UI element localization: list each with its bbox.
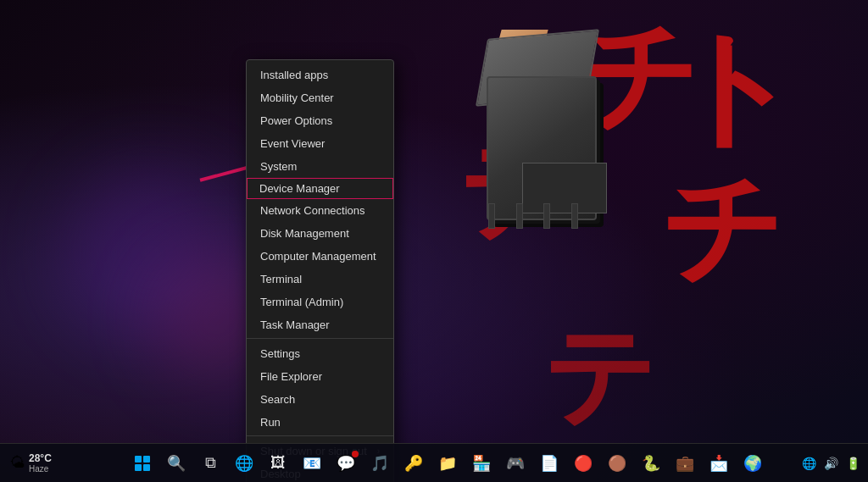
menu-item-task-manager[interactable]: Task Manager — [247, 313, 393, 339]
menu-item-label-system: System — [260, 160, 297, 173]
menu-item-label-mobility-center: Mobility Center — [260, 91, 334, 104]
menu-item-terminal[interactable]: Terminal — [247, 268, 393, 291]
windows-logo-icon — [135, 456, 150, 471]
menu-item-label-disk-management: Disk Management — [260, 227, 349, 240]
taskbar-icon-music[interactable]: 🎵 — [364, 448, 395, 479]
menu-item-label-terminal: Terminal — [260, 273, 302, 285]
taskbar-icon-app4[interactable]: 🟤 — [602, 448, 632, 479]
menu-item-label-terminal-admin: Terminal (Admin) — [260, 296, 343, 308]
menu-item-label-computer-management: Computer Management — [260, 250, 376, 263]
menu-item-label-network-connections: Network Connections — [260, 204, 365, 217]
menu-item-label-installed-apps: Installed apps — [260, 69, 328, 81]
japanese-text-3: ト — [670, 25, 800, 152]
taskbar-icon-chrome[interactable]: 🌐 — [229, 448, 259, 479]
tray-volume-icon[interactable]: 🔊 — [822, 455, 839, 472]
weather-description: Haze — [29, 464, 52, 474]
taskbar-center: 🔍⧉🌐🖼📧💬🎵🔑📁🏪🎮📄🔴🟤🐍💼📩🌍 — [102, 448, 793, 479]
menu-item-run[interactable]: Run — [247, 411, 393, 436]
taskbar-icon-store[interactable]: 🏪 — [466, 448, 497, 479]
menu-item-file-explorer[interactable]: File Explorer — [247, 365, 393, 388]
context-menu: Installed appsMobility CenterPower Optio… — [246, 59, 394, 482]
ks-leg — [488, 203, 495, 229]
taskbar-icon-app5[interactable]: 📩 — [704, 448, 734, 479]
taskbar: 🌤 28°C Haze 🔍⧉🌐🖼📧💬🎵🔑📁🏪🎮📄🔴🟤🐍💼📩🌍 🌐 🔊 🔋 — [0, 443, 868, 482]
system-tray: 🌐 🔊 🔋 — [800, 455, 861, 472]
ks-leg — [543, 203, 550, 229]
menu-item-label-task-manager: Task Manager — [260, 319, 330, 331]
menu-item-network-connections[interactable]: Network Connections — [247, 199, 393, 222]
tray-battery-icon[interactable]: 🔋 — [844, 455, 861, 472]
menu-item-label-device-manager: Device Manager — [259, 182, 340, 195]
menu-item-label-search: Search — [260, 393, 295, 406]
menu-item-computer-management[interactable]: Computer Management — [247, 245, 393, 268]
menu-item-label-file-explorer: File Explorer — [260, 370, 322, 383]
menu-item-power-options[interactable]: Power Options — [247, 109, 393, 132]
menu-item-settings[interactable]: Settings — [247, 342, 393, 365]
taskbar-icon-office[interactable]: 📄 — [534, 448, 565, 479]
menu-item-label-settings: Settings — [260, 347, 300, 360]
taskbar-icon-whatsapp[interactable]: 💬 — [331, 448, 361, 479]
taskbar-icon-app1[interactable]: 📧 — [297, 448, 327, 479]
ks-legs — [478, 203, 588, 229]
taskbar-icon-windows[interactable] — [127, 448, 158, 479]
tray-network-icon[interactable]: 🌐 — [800, 455, 817, 472]
taskbar-left: 🌤 28°C Haze — [0, 452, 102, 474]
taskbar-icon-task-view[interactable]: ⧉ — [195, 448, 225, 479]
taskbar-right: 🌐 🔊 🔋 — [793, 455, 868, 472]
ks-body — [487, 76, 597, 220]
taskbar-icon-badge-whatsapp — [352, 451, 359, 457]
menu-item-label-power-options: Power Options — [260, 114, 332, 127]
menu-item-label-run: Run — [260, 416, 281, 429]
japanese-text-4: チ — [662, 169, 783, 288]
taskbar-icon-photos[interactable]: 🖼 — [263, 448, 293, 479]
menu-item-device-manager[interactable]: Device Manager — [247, 178, 393, 199]
menu-item-mobility-center[interactable]: Mobility Center — [247, 86, 393, 109]
taskbar-icon-app2[interactable]: 🎮 — [500, 448, 531, 479]
weather-icon: 🌤 — [10, 454, 25, 472]
menu-item-terminal-admin[interactable]: Terminal (Admin) — [247, 291, 393, 313]
taskbar-icon-files[interactable]: 📁 — [432, 448, 463, 479]
ks-leg — [516, 203, 523, 229]
menu-item-disk-management[interactable]: Disk Management — [247, 222, 393, 245]
menu-item-event-viewer[interactable]: Event Viewer — [247, 132, 393, 155]
taskbar-icon-razer[interactable]: 🐍 — [636, 448, 666, 479]
taskbar-icon-app6[interactable]: 🌍 — [737, 448, 768, 479]
taskbar-icon-app3[interactable]: 🔴 — [568, 448, 598, 479]
ks-leg — [571, 203, 578, 229]
weather-temperature: 28°C — [29, 452, 52, 464]
taskbar-icon-slack[interactable]: 💼 — [670, 448, 700, 479]
weather-text: 28°C Haze — [29, 452, 52, 474]
taskbar-icon-vpn[interactable]: 🔑 — [398, 448, 429, 479]
keyboard-switch-illustration — [461, 25, 631, 246]
menu-item-search[interactable]: Search — [247, 388, 393, 411]
weather-widget[interactable]: 🌤 28°C Haze — [7, 452, 55, 474]
menu-item-label-event-viewer: Event Viewer — [260, 137, 325, 150]
japanese-text-5: テ — [543, 321, 656, 431]
taskbar-icon-search[interactable]: 🔍 — [161, 448, 192, 479]
menu-item-system[interactable]: System — [247, 155, 393, 178]
menu-item-installed-apps[interactable]: Installed apps — [247, 64, 393, 86]
